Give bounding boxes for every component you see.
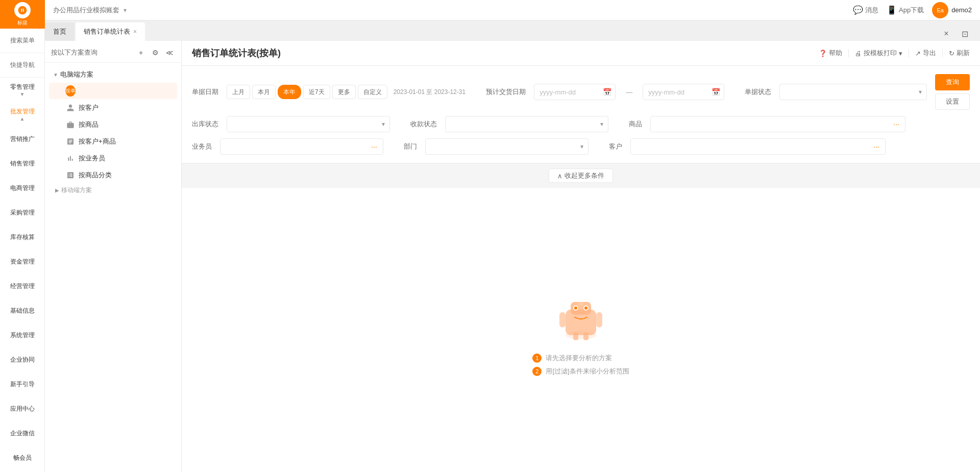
settings-button[interactable]: 设置: [935, 93, 970, 110]
payment-status-label: 收款状态: [410, 120, 437, 129]
collapse-conditions-button[interactable]: ∧ 收起更多条件: [549, 169, 613, 183]
export-button[interactable]: ↗ 导出: [915, 49, 936, 58]
tree-item-by-order[interactable]: 按单: [49, 83, 177, 99]
salesperson-label: 业务员: [192, 142, 212, 151]
help-button[interactable]: ❓ 帮助: [819, 49, 842, 58]
desktop-section-root[interactable]: ▼ 电脑端方案: [45, 67, 181, 82]
scheme-settings-button[interactable]: ⚙: [150, 47, 161, 58]
sidebar-item-wechat[interactable]: 企业微信: [0, 421, 45, 445]
sidebar-quicknav[interactable]: 快捷导航: [0, 53, 45, 78]
sidebar-item-retail[interactable]: 零售管理 ▼: [0, 78, 45, 102]
salesperson-ellipsis-btn[interactable]: ···: [369, 143, 379, 151]
page-actions: ❓ 帮助 🖨 按模板打印 ▾ ↗ 导出: [819, 49, 970, 58]
tree-item-by-salesperson[interactable]: 按业务员: [49, 150, 177, 167]
department-select[interactable]: [425, 138, 589, 155]
svg-rect-8: [559, 312, 566, 327]
product-filter-label: 商品: [629, 120, 642, 129]
sidebar-item-marketing[interactable]: 营销推广: [0, 127, 45, 151]
customer-input[interactable]: [630, 138, 886, 155]
date-btn-this-year[interactable]: 本年: [278, 85, 301, 99]
product-ellipsis-btn[interactable]: ···: [891, 120, 901, 128]
tip-1-text: 请先选择要分析的方案: [546, 353, 612, 363]
svg-rect-11: [583, 333, 589, 340]
add-scheme-button[interactable]: +: [135, 47, 146, 58]
sidebar-item-newbie[interactable]: 新手引导: [0, 372, 45, 396]
sidebar-item-purchase[interactable]: 采购管理: [0, 200, 45, 225]
sidebar-item-enterprise[interactable]: 企业协同: [0, 347, 45, 372]
product-input[interactable]: [650, 116, 905, 132]
user-info[interactable]: Ea demo2: [932, 2, 972, 18]
sidebar-item-apps[interactable]: 应用中心: [0, 396, 45, 421]
desktop-section-label: 电脑端方案: [60, 70, 93, 79]
sidebar-search[interactable]: 搜索菜单: [0, 29, 45, 53]
tab-sales-order-stats[interactable]: 销售订单统计表 ×: [76, 22, 145, 41]
sidebar-item-wholesale[interactable]: 批发管理 ▲: [0, 102, 45, 127]
tree-section: ▼ 电脑端方案 按单 按客户: [45, 63, 181, 201]
refresh-button[interactable]: ↻ 刷新: [949, 49, 970, 58]
tab-expand-btn[interactable]: ⊡: [958, 27, 972, 41]
sidebar-item-sales[interactable]: 销售管理: [0, 151, 45, 176]
date-filter-label: 单据日期: [192, 87, 218, 97]
sales-label: 销售管理: [10, 159, 35, 168]
sidebar-item-member[interactable]: 畅会员: [0, 445, 45, 470]
sidebar-item-finance[interactable]: 资金管理: [0, 249, 45, 274]
tab-close-icon[interactable]: ×: [133, 28, 137, 35]
salesperson-input[interactable]: [220, 138, 383, 155]
search-label[interactable]: 搜索菜单: [10, 36, 35, 45]
date-btn-more[interactable]: 更多: [332, 85, 356, 99]
topbar-right: 💬 消息 📱 App下载 Ea demo2: [853, 2, 972, 18]
date-btn-7days[interactable]: 近7天: [303, 85, 330, 99]
tab-expand-area: × ⊡: [931, 27, 980, 41]
query-button[interactable]: 查询: [935, 74, 970, 90]
tree-item-by-product[interactable]: 按商品: [49, 116, 177, 133]
tip-2-num: 2: [532, 367, 542, 376]
sidebar-item-ecommerce[interactable]: 电商管理: [0, 176, 45, 200]
delivery-date-end-input[interactable]: [643, 84, 724, 100]
tree-item-by-customer-product[interactable]: 按客户+商品: [49, 133, 177, 150]
customer-ellipsis-btn[interactable]: ···: [871, 143, 881, 151]
svg-rect-9: [596, 312, 602, 327]
order-status-select[interactable]: [779, 84, 927, 100]
sidebar-item-system[interactable]: 系统管理: [0, 323, 45, 347]
topbar-arrow-icon[interactable]: ▾: [124, 7, 127, 14]
sidebar-item-basic[interactable]: 基础信息: [0, 298, 45, 323]
tab-home[interactable]: 首页: [45, 22, 75, 41]
main-area: 办公用品行业模拟账套 ▾ 💬 消息 📱 App下载 Ea demo2 首页: [45, 0, 980, 472]
marketing-label: 营销推广: [10, 135, 35, 144]
date-btn-this-month[interactable]: 本月: [252, 85, 276, 99]
by-product-category-label: 按商品分类: [79, 171, 112, 180]
app-download-label: App下载: [899, 6, 924, 15]
delivery-date-start-input[interactable]: [534, 84, 616, 100]
sidebar: 标搭 搜索菜单 快捷导航 零售管理 ▼ 批发管理 ▲ 营销推广 销售管理 电商管…: [0, 0, 45, 472]
collapse-panel-button[interactable]: ≪: [164, 47, 175, 58]
user-avatar: Ea: [932, 2, 948, 18]
quicknav-label[interactable]: 快捷导航: [10, 61, 35, 69]
message-action[interactable]: 💬 消息: [853, 5, 878, 15]
actions-divider-3: [942, 49, 943, 57]
wechat-label: 企业微信: [10, 429, 35, 438]
left-panel: 按以下方案查询 + ⚙ ≪ ▼ 电脑端方案: [45, 41, 182, 472]
print-button[interactable]: 🖨 按模板打印 ▾: [855, 49, 902, 58]
tree-item-by-product-category[interactable]: 按商品分类: [49, 167, 177, 183]
by-product-category-icon: [65, 170, 76, 180]
payment-status-select[interactable]: [445, 116, 608, 132]
sidebar-item-operations[interactable]: 经营管理: [0, 274, 45, 298]
retail-arrow: ▼: [20, 91, 25, 97]
left-panel-title: 按以下方案查询: [51, 48, 132, 57]
customer-label: 客户: [609, 142, 622, 151]
date-btn-custom[interactable]: 自定义: [358, 85, 387, 99]
date-range-text: 2023-01-01 至 2023-12-31: [394, 88, 465, 97]
logo-icon: [14, 2, 31, 18]
delivery-date-start-wrap: 📅: [534, 84, 616, 100]
app-download-action[interactable]: 📱 App下载: [887, 5, 924, 15]
by-salesperson-icon: [65, 153, 76, 163]
tab-close-btn[interactable]: ×: [939, 27, 953, 41]
delivery-status-select[interactable]: [227, 116, 390, 132]
date-btn-last-month[interactable]: 上月: [227, 85, 250, 99]
mobile-section-root[interactable]: ▶ 移动端方案: [45, 184, 181, 197]
tab-bar: 首页 销售订单统计表 × × ⊡: [45, 20, 980, 41]
tree-item-by-customer[interactable]: 按客户: [49, 100, 177, 116]
empty-state: 1 请先选择要分析的方案 2 用[过滤]条件来缩小分析范围: [182, 188, 980, 472]
collapse-label: 收起更多条件: [565, 171, 604, 180]
sidebar-item-inventory[interactable]: 库存核算: [0, 225, 45, 249]
